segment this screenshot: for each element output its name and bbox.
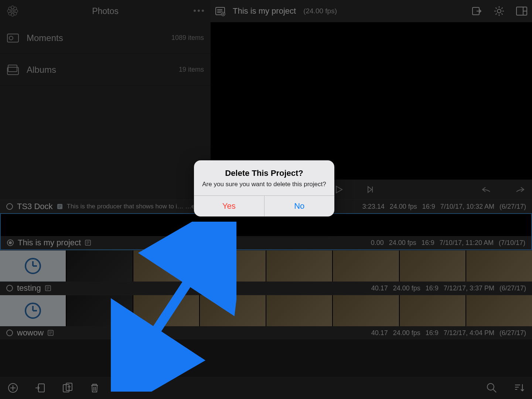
add-icon[interactable] (7, 382, 18, 393)
project-name: TS3 Dock (17, 202, 53, 211)
dialog-yes-button[interactable]: Yes (194, 196, 265, 216)
thumbnail-strip (0, 295, 532, 326)
radio-selected-icon[interactable] (7, 239, 14, 246)
svg-point-75 (487, 383, 494, 390)
svg-point-11 (202, 10, 204, 12)
list-add-icon[interactable] (215, 6, 225, 16)
svg-rect-14 (8, 65, 17, 72)
project-created: (6/27/17) (499, 284, 526, 292)
delete-project-dialog: Delete This Project? Are you sure you wa… (194, 160, 334, 216)
thumbnail-strip (0, 250, 532, 282)
project-created: (6/27/17) (499, 329, 526, 337)
svg-point-52 (7, 285, 13, 291)
svg-point-10 (198, 10, 200, 12)
dialog-message: Are you sure you want to delete this pro… (201, 180, 327, 189)
project-modified: 7/12/17, 3:37 PM (444, 284, 494, 292)
layout-icon[interactable] (516, 6, 528, 17)
bottom-toolbar (0, 377, 532, 399)
albums-icon (7, 64, 19, 75)
project-duration: 40.17 (371, 284, 388, 292)
project-fps: 24.00 fps (390, 203, 417, 211)
svg-point-60 (7, 330, 13, 336)
sidebar-item-albums[interactable]: Albums 19 items (0, 54, 211, 86)
project-duration: 0.00 (371, 239, 384, 247)
more-icon[interactable] (193, 9, 205, 13)
dialog-title: Delete This Project? (201, 168, 327, 178)
dialog-no-button[interactable]: No (265, 196, 335, 216)
project-name: wowow (17, 328, 44, 338)
note-icon[interactable] (57, 203, 63, 210)
project-aspect: 16:9 (426, 329, 439, 337)
project-fps: 24.00 fps (393, 329, 420, 337)
undo-icon[interactable] (482, 186, 492, 193)
video-preview[interactable] (211, 22, 532, 180)
import-icon[interactable] (35, 382, 46, 393)
project-created: (6/27/17) (499, 203, 526, 211)
sidebar-item-moments[interactable]: Moments 1089 items (0, 22, 211, 54)
svg-point-0 (11, 10, 14, 12)
project-name: testing (17, 283, 41, 293)
project-modified: 7/10/17, 10:32 AM (440, 203, 494, 211)
project-name: This is my project (18, 238, 81, 248)
note-icon[interactable] (45, 285, 51, 291)
duplicate-icon[interactable] (62, 382, 73, 393)
svg-point-24 (497, 9, 501, 13)
trash-icon[interactable] (89, 382, 100, 393)
sidebar-item-label: Albums (27, 65, 56, 75)
sidebar-item-count: 1089 items (171, 34, 204, 42)
main-header: This is my project (24.00 fps) (211, 0, 532, 22)
radio-unselected-icon[interactable] (6, 329, 13, 337)
project-duration: 3:23.14 (362, 203, 385, 211)
project-title: This is my project (233, 6, 296, 16)
search-icon[interactable] (486, 382, 497, 393)
photos-app-icon (6, 4, 19, 18)
svg-line-31 (496, 14, 497, 15)
next-frame-icon[interactable] (366, 185, 375, 194)
sort-icon[interactable] (514, 382, 525, 393)
svg-point-9 (194, 10, 196, 12)
svg-point-5 (8, 7, 11, 10)
project-created: (7/10/17) (499, 239, 525, 247)
project-row[interactable]: testing 40.17 24.00 fps 16:9 7/12/17, 3:… (0, 250, 532, 295)
project-aspect: 16:9 (422, 203, 435, 211)
project-row-selected[interactable]: This is my project 0.00 24.00 fps 16:9 7… (0, 213, 532, 250)
project-duration: 40.17 (371, 329, 388, 337)
svg-point-44 (9, 241, 12, 244)
play-icon[interactable] (334, 185, 344, 194)
project-row[interactable]: wowow 40.17 24.00 fps 16:9 7/12/17, 4:04… (0, 295, 532, 340)
svg-point-38 (7, 204, 13, 209)
project-fps: 24.00 fps (393, 284, 420, 292)
project-aspect: 16:9 (422, 239, 434, 247)
svg-point-6 (14, 7, 17, 10)
project-fps: (24.00 fps) (303, 7, 337, 15)
project-list: TS3 Dock This is the producer that shows… (0, 200, 532, 377)
export-icon[interactable] (471, 6, 482, 17)
svg-point-8 (14, 12, 17, 15)
svg-point-7 (8, 12, 11, 15)
moments-icon (7, 33, 19, 44)
radio-unselected-icon[interactable] (6, 284, 13, 292)
note-icon[interactable] (85, 239, 91, 246)
gear-icon[interactable] (494, 6, 505, 17)
note-icon[interactable] (47, 330, 54, 336)
redo-icon[interactable] (514, 186, 525, 193)
radio-unselected-icon[interactable] (6, 203, 13, 210)
sidebar-item-count: 19 items (179, 66, 204, 74)
sidebar-header: Photos (0, 0, 211, 22)
project-modified: 7/10/17, 11:20 AM (440, 239, 494, 247)
project-aspect: 16:9 (426, 284, 439, 292)
sidebar-item-label: Moments (27, 33, 63, 43)
svg-line-32 (502, 8, 503, 9)
sidebar-title: Photos (92, 6, 119, 16)
sidebar: Photos Moments 1089 items Albums 19 item… (0, 0, 211, 200)
svg-point-13 (9, 36, 13, 40)
svg-line-76 (493, 389, 496, 392)
svg-line-30 (502, 14, 503, 15)
project-modified: 7/12/17, 4:04 PM (444, 329, 494, 337)
svg-line-29 (496, 8, 497, 9)
project-fps: 24.00 fps (389, 239, 416, 247)
empty-thumbnails (1, 214, 531, 236)
